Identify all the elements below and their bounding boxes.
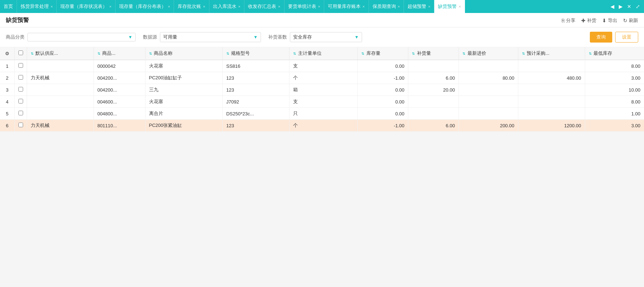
nav-tab-8-label: 可用量库存账本	[328, 3, 361, 10]
row-min-stock-6: 3.00	[585, 120, 644, 132]
row-est-purchase-3	[518, 84, 585, 96]
nav-tab-6[interactable]: 收发存汇总表 ×	[244, 0, 284, 13]
row-check[interactable]	[18, 87, 23, 92]
nav-tab-1-close[interactable]: ×	[51, 4, 53, 9]
refresh-button[interactable]: ↻ 刷新	[623, 17, 638, 24]
query-button[interactable]: 查询	[590, 32, 612, 43]
nav-tab-2[interactable]: 现存量（库存状况表） ×	[57, 0, 115, 13]
sort-icon: ⇅	[226, 52, 229, 56]
row-name-6: PC200张紧油缸	[145, 120, 222, 132]
filter-category-arrow-icon: ▼	[128, 35, 132, 40]
nav-tab-6-label: 收发存汇总表	[248, 3, 276, 10]
nav-tab-8-close[interactable]: ×	[362, 4, 365, 9]
filter-datasource-arrow-icon: ▼	[253, 35, 258, 40]
row-est-purchase-5	[518, 108, 585, 120]
page-header: 缺货预警 ⎘ 分享 ✚ 补货 ⬇ 导出 ↻ 刷新	[0, 13, 644, 27]
filter-datasource-group: 数据源 可用量 ▼	[143, 32, 261, 42]
row-check[interactable]	[18, 123, 23, 127]
filter-datasource-label: 数据源	[143, 34, 157, 40]
select-all-checkbox[interactable]	[18, 50, 23, 55]
nav-tab-9[interactable]: 保质期查询 ×	[369, 0, 404, 13]
settings-button[interactable]: 设置	[615, 32, 638, 43]
col-estimated-purchase-label: 预计采购...	[527, 50, 549, 56]
row-checkbox-6[interactable]	[14, 120, 27, 132]
nav-tab-9-label: 保质期查询	[373, 3, 396, 10]
row-name-3: 三九	[145, 84, 222, 96]
row-checkbox-1[interactable]	[14, 60, 27, 72]
col-checkbox[interactable]	[14, 47, 27, 60]
row-check[interactable]	[18, 99, 23, 103]
row-check[interactable]	[18, 111, 23, 115]
nav-close-button[interactable]: ✕	[625, 3, 633, 10]
nav-prev-button[interactable]: ◀	[609, 3, 616, 10]
refresh-icon: ↻	[623, 18, 627, 23]
row-check[interactable]	[18, 75, 23, 80]
row-unit-1: 支	[290, 60, 358, 72]
row-stock-6: -1.00	[358, 120, 408, 132]
row-min-stock-4: 8.00	[585, 96, 644, 108]
filter-category-select[interactable]: ▼	[27, 33, 136, 41]
nav-tab-6-close[interactable]: ×	[278, 4, 280, 9]
filter-datasource-value: 可用量	[163, 34, 177, 40]
nav-tab-10[interactable]: 超储预警 ×	[404, 0, 434, 13]
nav-tab-2-close[interactable]: ×	[109, 4, 111, 9]
gear-icon[interactable]: ⚙	[5, 51, 9, 56]
row-checkbox-3[interactable]	[14, 84, 27, 96]
nav-tab-home[interactable]: 首页	[0, 0, 17, 13]
nav-tab-10-close[interactable]: ×	[428, 4, 430, 9]
row-checkbox-2[interactable]	[14, 72, 27, 84]
nav-tab-1-label: 拣货异常处理	[21, 3, 49, 10]
share-button[interactable]: ⎘ 分享	[562, 17, 575, 24]
row-stock-1: 0.00	[358, 60, 408, 72]
nav-tab-3-close[interactable]: ×	[168, 4, 170, 9]
nav-tab-5-close[interactable]: ×	[238, 4, 240, 9]
sort-icon: ⇅	[149, 52, 152, 56]
filter-category-group: 商品分类 ▼	[6, 33, 136, 41]
nav-tab-11-close[interactable]: ×	[458, 4, 461, 9]
nav-bar: 首页 拣货异常处理 × 现存量（库存状况表） × 现存量（库存分布表） × 库存…	[0, 0, 644, 13]
nav-tab-3[interactable]: 现存量（库存分布表） ×	[116, 0, 174, 13]
col-unit-label: 主计量单位	[298, 50, 322, 56]
nav-tab-3-label: 现存量（库存分布表）	[119, 3, 166, 10]
replenish-button[interactable]: ✚ 补货	[581, 17, 596, 24]
sort-icon: ⇅	[361, 52, 364, 56]
row-checkbox-4[interactable]	[14, 96, 27, 108]
row-min-stock-3: 10.00	[585, 84, 644, 96]
row-supplier-5	[27, 108, 93, 120]
nav-tab-7-close[interactable]: ×	[318, 4, 320, 9]
nav-next-button[interactable]: ▶	[617, 3, 625, 10]
row-code-5: 004800...	[93, 108, 145, 120]
nav-tab-4-close[interactable]: ×	[203, 4, 205, 9]
nav-tab-9-close[interactable]: ×	[398, 4, 400, 9]
nav-tab-2-label: 现存量（库存状况表）	[60, 3, 107, 10]
filter-bar: 商品分类 ▼ 数据源 可用量 ▼ 补货基数 安全库存 ▼ 查询 设置	[0, 27, 644, 47]
filter-replenish-basis-select[interactable]: 安全库存 ▼	[290, 32, 362, 42]
col-latest-price: ⇅ 最新进价	[459, 47, 518, 60]
nav-tab-5[interactable]: 出入库流水 ×	[209, 0, 244, 13]
filter-category-label: 商品分类	[6, 34, 25, 40]
col-gear[interactable]: ⚙	[0, 47, 14, 60]
row-supplier-3	[27, 84, 93, 96]
export-button[interactable]: ⬇ 导出	[602, 17, 617, 24]
table-row: 6 力天机械 801110... PC200张紧油缸 123 个 -1.00 6…	[0, 120, 644, 132]
row-replenish-2: 6.00	[408, 72, 459, 84]
row-check[interactable]	[18, 63, 23, 68]
nav-tab-4-label: 库存批次账	[178, 3, 201, 10]
row-unit-6: 个	[290, 120, 358, 132]
nav-tab-4[interactable]: 库存批次账 ×	[174, 0, 209, 13]
row-latest-price-4	[459, 96, 518, 108]
col-product-code-label: 商品...	[102, 50, 116, 56]
row-latest-price-1	[459, 60, 518, 72]
nav-tab-1[interactable]: 拣货异常处理 ×	[17, 0, 57, 13]
export-icon: ⬇	[602, 18, 606, 23]
sort-icon: ⇅	[589, 52, 592, 56]
nav-tab-8[interactable]: 可用量库存账本 ×	[324, 0, 369, 13]
filter-datasource-select[interactable]: 可用量 ▼	[160, 32, 261, 42]
nav-tab-7[interactable]: 要货单统计表 ×	[284, 0, 324, 13]
row-name-4: 火花塞	[145, 96, 222, 108]
col-unit: ⇅ 主计量单位	[290, 47, 358, 60]
nav-expand-button[interactable]: ⤢	[634, 3, 642, 10]
row-checkbox-5[interactable]	[14, 108, 27, 120]
nav-tab-11[interactable]: 缺货预警 ×	[434, 0, 465, 13]
row-stock-5: 0.00	[358, 108, 408, 120]
